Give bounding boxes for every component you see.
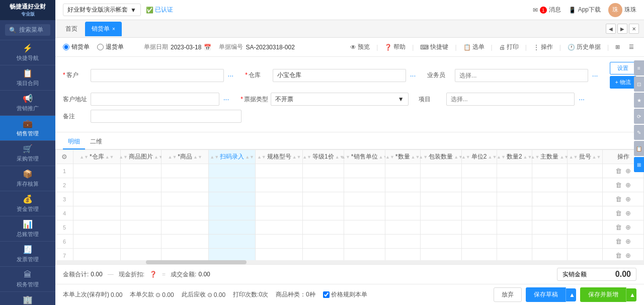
row-copy-7[interactable]: ⊕ xyxy=(624,252,632,260)
print-btn[interactable]: 🖨 打印 xyxy=(497,42,521,52)
help-icon-item[interactable]: ❓ xyxy=(149,271,157,278)
shortcut-btn[interactable]: ⌨ 快捷键 xyxy=(418,42,451,52)
discard-btn[interactable]: 放弃 xyxy=(494,287,522,302)
edge-btn-2[interactable]: ⊡ xyxy=(634,77,644,92)
radio-return-input[interactable] xyxy=(97,44,104,50)
preview-btn[interactable]: 👁 预览 xyxy=(348,42,372,52)
company-selector[interactable]: 好业财专业版演示帐套 ▼ xyxy=(63,4,141,16)
sort-icon-image[interactable]: ▲▼ xyxy=(119,156,128,159)
sort-icon-spec[interactable]: ▲▼ xyxy=(257,156,266,159)
sidebar-item-quicknav[interactable]: ⚡ 快捷导航 xyxy=(0,40,55,65)
row-copy-3[interactable]: ⊕ xyxy=(624,195,632,203)
row-delete-2[interactable]: 🗑 xyxy=(614,181,622,189)
row-delete-6[interactable]: 🗑 xyxy=(614,238,622,246)
tab-sales-order[interactable]: 销货单 × xyxy=(85,22,122,36)
horizontal-scrollbar[interactable] xyxy=(55,260,644,264)
sort-icon-batch[interactable]: ▲▼ xyxy=(569,156,578,159)
row-copy-4[interactable]: ⊕ xyxy=(624,209,632,217)
sidebar-search[interactable]: 🔍 搜索菜单 xyxy=(0,20,55,40)
staff-ellipsis[interactable]: ··· xyxy=(591,71,600,80)
project-ellipsis[interactable]: ··· xyxy=(577,95,586,103)
edge-btn-5[interactable]: ✎ xyxy=(634,125,644,140)
address-input[interactable] xyxy=(91,93,219,106)
tab-mingxi[interactable]: 明细 xyxy=(63,135,85,149)
sort-right-product[interactable]: ▲▼ xyxy=(193,156,202,159)
sort-right-warehouse[interactable]: ▲▼ xyxy=(105,156,114,159)
save-new-dropdown-btn[interactable]: ▲ xyxy=(626,288,636,301)
tab-prev-btn[interactable]: ◀ xyxy=(606,24,616,34)
price-check-input[interactable] xyxy=(323,291,330,298)
sort-right-unit2[interactable]: ▲▼ xyxy=(488,156,497,159)
settings-gear-icon[interactable]: ⚙ xyxy=(61,153,67,161)
app-download-action[interactable]: 📱 App下载 xyxy=(569,6,601,14)
tab-next-btn[interactable]: ▶ xyxy=(617,24,627,34)
add-logistics-btn[interactable]: + 物流 xyxy=(610,76,636,89)
row-delete-1[interactable]: 🗑 xyxy=(614,167,622,175)
row-copy-6[interactable]: ⊕ xyxy=(624,238,632,246)
sidebar-item-inventory[interactable]: 📦 库存核算 xyxy=(0,166,55,191)
row-copy-2[interactable]: ⊕ xyxy=(624,181,632,189)
warehouse-ellipsis[interactable]: ··· xyxy=(409,71,418,80)
sidebar-item-sales[interactable]: 💼 销售管理 xyxy=(0,116,55,141)
radio-sales-input[interactable] xyxy=(63,44,69,50)
settings-btn[interactable]: 设置 xyxy=(610,62,636,74)
sidebar-item-accounts[interactable]: 📊 总账管理 xyxy=(0,216,55,242)
edge-btn-1[interactable]: ≡ xyxy=(634,60,644,75)
sort-icon-qty[interactable]: ▲▼ xyxy=(385,156,394,159)
select-btn[interactable]: 📋 选单 xyxy=(461,42,487,52)
sidebar-item-marketing[interactable]: 📢 营销推广 xyxy=(0,91,55,116)
user-profile[interactable]: 珠 珠珠 xyxy=(608,3,636,17)
row-delete-4[interactable]: 🗑 xyxy=(614,209,622,217)
warehouse-input[interactable] xyxy=(273,69,406,82)
row-copy-5[interactable]: ⊕ xyxy=(624,223,632,232)
tab-home[interactable]: 首页 xyxy=(60,22,83,36)
sidebar-item-project[interactable]: 📋 项目合同 xyxy=(0,65,55,91)
operation-btn[interactable]: ⋮ 操作 xyxy=(531,42,555,52)
tab-erwei[interactable]: 二维 xyxy=(85,135,107,149)
staff-input[interactable] xyxy=(455,69,588,82)
radio-sales[interactable]: 销货单 xyxy=(63,43,90,51)
sidebar-item-funds[interactable]: 💰 资金管理 xyxy=(0,191,55,216)
layout-btn1[interactable]: ⊞ xyxy=(613,43,622,51)
row-delete-3[interactable]: 🗑 xyxy=(614,195,622,203)
sort-icon-warehouse[interactable]: ▲▼ xyxy=(79,156,89,159)
project-input[interactable] xyxy=(446,93,575,106)
sidebar-item-purchase[interactable]: 🛒 采购管理 xyxy=(0,141,55,166)
save-draft-dropdown-btn[interactable]: ▲ xyxy=(566,288,576,301)
save-new-btn[interactable]: 保存并新增 xyxy=(580,287,626,302)
price-check-label[interactable]: 价格规则本单 xyxy=(323,290,367,299)
history-btn[interactable]: 🕐 历史单据 xyxy=(565,42,603,52)
row-delete-7[interactable]: 🗑 xyxy=(614,252,622,260)
layout-btn2[interactable]: ☰ xyxy=(626,43,636,51)
sort-right-spec[interactable]: ▲▼ xyxy=(292,156,301,159)
sort-icon-barcode[interactable]: ▲▼ xyxy=(210,156,219,159)
help-btn[interactable]: ❓ 帮助 xyxy=(382,42,408,52)
edge-btn-3[interactable]: ★ xyxy=(634,93,644,108)
sort-icon-packqty[interactable]: ▲▼ xyxy=(419,156,428,159)
row-copy-1[interactable]: ⊕ xyxy=(624,167,632,175)
customer-ellipsis[interactable]: ··· xyxy=(226,71,235,80)
scrollbar-thumb[interactable] xyxy=(146,260,247,264)
tab-close-btn[interactable]: ✕ xyxy=(629,24,639,34)
edge-btn-active[interactable]: ⊞ xyxy=(634,157,644,172)
edge-btn-4[interactable]: ⟳ xyxy=(634,109,644,124)
address-ellipsis[interactable]: ··· xyxy=(222,95,231,103)
sidebar-item-tax[interactable]: 🏛 税务管理 xyxy=(0,267,55,292)
sort-icon-mainqty[interactable]: ▲▼ xyxy=(531,156,540,159)
sort-icon-unit2[interactable]: ▲▼ xyxy=(461,156,470,159)
remark-input[interactable] xyxy=(91,110,242,123)
sort-icon-qty2[interactable]: ▲▼ xyxy=(497,156,506,159)
tab-close-icon[interactable]: × xyxy=(112,26,115,32)
th-settings[interactable]: ⚙ xyxy=(56,150,73,164)
row-delete-5[interactable]: 🗑 xyxy=(614,223,622,232)
sort-right-batch[interactable]: ▲▼ xyxy=(592,156,601,159)
edge-btn-6[interactable]: 📋 xyxy=(634,141,644,156)
sort-icon-unit[interactable]: ▲▼ xyxy=(341,156,350,159)
sort-right-barcode[interactable]: ▲▼ xyxy=(245,156,254,159)
invoice-select[interactable]: 不开票 ▼ xyxy=(271,93,409,106)
calendar-icon[interactable]: 📅 xyxy=(204,44,211,51)
sidebar-item-invoice[interactable]: 🧾 发票管理 xyxy=(0,242,55,267)
save-draft-btn[interactable]: 保存草稿 xyxy=(526,287,566,302)
sidebar-item-assets[interactable]: 🏢 固定资产 xyxy=(0,292,55,305)
customer-input[interactable] xyxy=(91,69,224,82)
